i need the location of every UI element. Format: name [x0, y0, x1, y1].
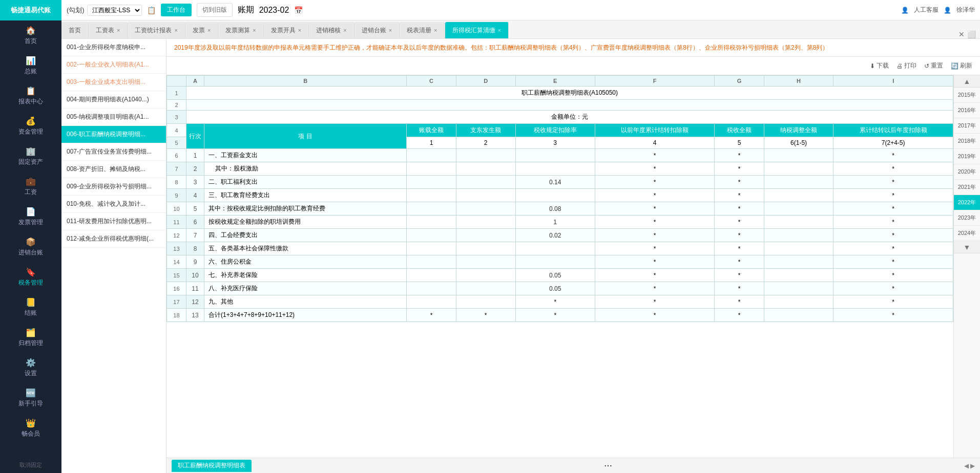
cell-13-5[interactable]: * [715, 309, 764, 322]
cell-9-6[interactable] [764, 255, 833, 269]
tab-tax[interactable]: 税表清册 × [400, 22, 445, 38]
cell-7-5[interactable]: * [715, 229, 764, 242]
cell-1-3[interactable] [515, 149, 595, 162]
tab-inout[interactable]: 进销台账 × [355, 22, 400, 38]
cell-12-2[interactable] [456, 295, 515, 309]
cell-7-4[interactable]: * [595, 229, 715, 242]
form-item-011[interactable]: 011-研发费用加计扣除优惠明... [61, 213, 166, 230]
year-2022[interactable]: 2022年 [954, 195, 980, 210]
cell-9-5[interactable]: * [715, 255, 764, 269]
cell-10-1[interactable] [407, 269, 456, 282]
print-button[interactable]: 🖨 打印 [896, 61, 916, 70]
sidebar-item-close[interactable]: 📒 结账 [0, 292, 61, 322]
tab-check[interactable]: 进销稽核 × [309, 22, 354, 38]
sidebar-item-ledger[interactable]: 📊 总账 [0, 51, 61, 81]
refresh-button[interactable]: 🔄 刷新 [951, 61, 972, 70]
cell-8-6[interactable] [764, 242, 833, 255]
reset-button[interactable]: ↺ 重置 [924, 61, 943, 70]
tab-invoice-calc[interactable]: 发票测算 × [218, 22, 263, 38]
cell-13-3[interactable]: * [515, 309, 595, 322]
cell-10-7[interactable]: * [833, 269, 953, 282]
year-2019[interactable]: 2019年 [954, 149, 980, 164]
cell-8-1[interactable] [407, 242, 456, 255]
cell-3-5[interactable]: * [715, 176, 764, 189]
year-2020[interactable]: 2020年 [954, 164, 980, 180]
year-2016[interactable]: 2016年 [954, 103, 980, 118]
scroll-right-icon[interactable]: ▶ [970, 462, 975, 469]
close-tab-payroll-stats[interactable]: × [174, 27, 177, 33]
cell-11-2[interactable] [456, 282, 515, 295]
cell-3-1[interactable] [407, 176, 456, 189]
cell-11-6[interactable] [764, 282, 833, 295]
cell-1-5[interactable]: * [715, 149, 764, 162]
year-2015[interactable]: 2015年 [954, 88, 980, 103]
scroll-left-icon[interactable]: ◀ [964, 462, 969, 469]
cell-12-6[interactable] [764, 295, 833, 309]
close-tab-invoice-open[interactable]: × [298, 27, 301, 33]
close-tab-invoice[interactable]: × [207, 27, 211, 33]
cell-2-5[interactable]: * [715, 162, 764, 176]
cell-8-4[interactable]: * [595, 242, 715, 255]
tab-invoice[interactable]: 发票 × [185, 22, 218, 38]
cell-6-7[interactable]: * [833, 216, 953, 229]
cell-12-4[interactable]: * [595, 295, 715, 309]
cell-9-1[interactable] [407, 255, 456, 269]
year-2024[interactable]: 2024年 [954, 226, 980, 241]
cell-13-4[interactable]: * [595, 309, 715, 322]
cell-2-7[interactable]: * [833, 162, 953, 176]
cell-4-6[interactable] [764, 189, 833, 202]
table-container[interactable]: A B C D E F G H I [166, 75, 953, 458]
cell-11-4[interactable]: * [595, 282, 715, 295]
form-item-002[interactable]: 002-一般企业收入明细表(A1... [61, 56, 166, 74]
cell-9-4[interactable]: * [595, 255, 715, 269]
cell-12-3[interactable]: * [515, 295, 595, 309]
cell-11-1[interactable] [407, 282, 456, 295]
cell-7-3[interactable]: 0.02 [515, 229, 595, 242]
close-tab-inout[interactable]: × [389, 27, 392, 33]
cell-10-6[interactable] [764, 269, 833, 282]
sidebar-item-archive[interactable]: 🗂️ 归档管理 [0, 322, 61, 353]
sidebar-item-finance[interactable]: 💰 资金管理 [0, 111, 61, 141]
cell-2-6[interactable] [764, 162, 833, 176]
form-item-007[interactable]: 007-广告宣传业务宣传费明细... [61, 143, 166, 161]
cell-8-5[interactable]: * [715, 242, 764, 255]
cell-12-7[interactable]: * [833, 295, 953, 309]
cell-3-2[interactable] [456, 176, 515, 189]
cell-5-4[interactable]: * [595, 202, 715, 216]
sidebar-item-assets[interactable]: 🏢 固定资产 [0, 141, 61, 171]
cell-13-6[interactable] [764, 309, 833, 322]
cell-1-6[interactable] [764, 149, 833, 162]
sheet-dots-icon[interactable]: ⋯ [604, 461, 612, 470]
tab-income-tax[interactable]: 所得税汇算清缴 × [445, 22, 509, 38]
form-item-012[interactable]: 012-减免企业所得税优惠明细(... [61, 230, 166, 248]
cell-4-3[interactable] [515, 189, 595, 202]
cell-5-2[interactable] [456, 202, 515, 216]
cell-11-7[interactable]: * [833, 282, 953, 295]
cell-4-7[interactable]: * [833, 189, 953, 202]
cell-2-1[interactable] [407, 162, 456, 176]
cell-9-7[interactable]: * [833, 255, 953, 269]
cell-2-4[interactable]: * [595, 162, 715, 176]
close-tab-tax[interactable]: × [434, 27, 437, 33]
cell-7-7[interactable]: * [833, 229, 953, 242]
cell-4-5[interactable]: * [715, 189, 764, 202]
cell-13-7[interactable]: * [833, 309, 953, 322]
cell-10-3[interactable]: 0.05 [515, 269, 595, 282]
cell-5-7[interactable]: * [833, 202, 953, 216]
cell-6-5[interactable]: * [715, 216, 764, 229]
cell-6-3[interactable]: 1 [515, 216, 595, 229]
form-item-006[interactable]: 006-职工薪酬纳税调整明细... [61, 126, 166, 143]
sidebar-item-payroll[interactable]: 💼 工资 [0, 171, 61, 202]
cell-9-3[interactable] [515, 255, 595, 269]
sidebar-item-inventory[interactable]: 📦 进销台账 [0, 232, 61, 262]
cell-5-5[interactable]: * [715, 202, 764, 216]
year-up-button[interactable]: ▲ [954, 75, 980, 88]
cell-4-4[interactable]: * [595, 189, 715, 202]
sidebar-item-settings[interactable]: ⚙️ 设置 [0, 353, 61, 383]
sheet-tab-main[interactable]: 职工薪酬纳税调整明细表 [172, 460, 252, 472]
sidebar-item-member[interactable]: 👑 畅会员 [0, 413, 61, 443]
cell-9-2[interactable] [456, 255, 515, 269]
year-down-button[interactable]: ▼ [954, 241, 980, 253]
close-tab-income-tax[interactable]: × [498, 27, 501, 33]
form-item-010[interactable]: 010-免税、减计收入及加计... [61, 196, 166, 213]
